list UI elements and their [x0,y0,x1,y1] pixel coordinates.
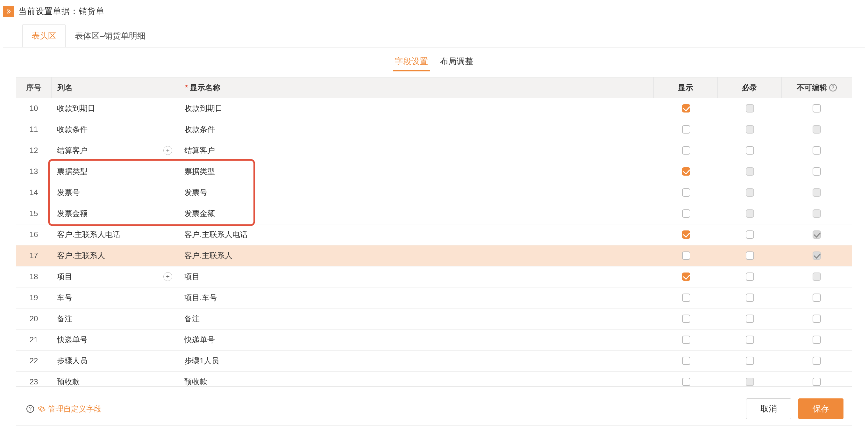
show-checkbox[interactable] [682,336,690,344]
cell-display-name[interactable]: 步骤1人员 [179,351,654,371]
cell-seq: 15 [16,204,51,223]
cell-cb [654,310,718,328]
show-checkbox[interactable] [682,273,690,281]
save-button[interactable]: 保存 [798,398,843,419]
cell-cb [782,288,852,307]
show-checkbox[interactable] [682,356,690,365]
cell-cb [782,120,852,139]
show-checkbox[interactable] [682,378,690,386]
cell-seq: 11 [16,120,51,139]
readonly-checkbox[interactable] [813,293,821,302]
cell-colname: 项目+ [51,266,179,287]
help-icon[interactable]: ? [26,405,34,413]
tab-body-area[interactable]: 表体区–销货单明细 [66,24,155,48]
readonly-checkbox[interactable] [813,315,821,323]
required-checkbox[interactable] [746,146,754,154]
cell-cb [654,120,718,139]
cell-seq: 20 [16,309,51,328]
required-checkbox[interactable] [746,336,754,344]
chevron-right-double-icon [6,9,11,15]
cell-display-name[interactable]: 预收款 [179,372,654,387]
readonly-checkbox[interactable] [813,378,821,386]
required-checkbox[interactable] [746,273,754,281]
required-checkbox[interactable] [746,230,754,239]
gear-icon [38,405,45,413]
cell-display-name[interactable]: 项目.车号 [179,287,654,308]
cell-colname: 收款到期日 [51,98,179,119]
show-checkbox[interactable] [682,252,690,260]
cell-cb [654,183,718,202]
cell-colname: 步骤人员 [51,351,179,371]
cell-display-name[interactable]: 项目 [179,266,654,287]
cell-cb [718,141,782,160]
required-checkbox [746,125,754,134]
cell-cb [782,267,852,286]
table-row: 18项目+项目 [16,266,852,287]
readonly-checkbox[interactable] [813,336,821,344]
cell-cb [654,162,718,181]
cell-colname: 收款条件 [51,119,179,140]
show-checkbox[interactable] [682,104,690,113]
table-row: 14发票号发票号 [16,182,852,203]
required-checkbox [746,167,754,176]
cell-display-name[interactable]: 客户.主联系人电话 [179,224,654,245]
cell-display-name[interactable]: 客户.主联系人 [179,246,654,266]
plus-icon[interactable]: + [163,272,172,281]
main-tabs: 表头区 表体区–销货单明细 [3,24,865,48]
readonly-checkbox[interactable] [813,356,821,365]
help-icon[interactable]: ? [829,84,837,91]
readonly-checkbox[interactable] [813,104,821,113]
tab-header-area[interactable]: 表头区 [22,24,66,48]
cancel-button[interactable]: 取消 [746,398,791,419]
cell-cb [782,225,852,244]
th-seq: 序号 [16,78,51,98]
show-checkbox[interactable] [682,230,690,239]
cell-display-name[interactable]: 收款到期日 [179,98,654,119]
required-checkbox[interactable] [746,315,754,323]
cell-cb [718,351,782,370]
show-checkbox[interactable] [682,315,690,323]
cell-display-name[interactable]: 结算客户 [179,140,654,161]
manage-custom-fields-link[interactable]: 管理自定义字段 [38,404,101,414]
footer-bar: ? 管理自定义字段 取消 保存 [16,392,852,426]
cell-display-name[interactable]: 快递单号 [179,330,654,350]
required-checkbox[interactable] [746,293,754,302]
cell-colname: 预收款 [51,372,179,387]
sub-tab-field-settings[interactable]: 字段设置 [393,53,430,72]
th-display: *显示名称 [179,78,653,98]
required-checkbox[interactable] [746,252,754,260]
cell-display-name[interactable]: 备注 [179,309,654,329]
cell-cb [782,204,852,223]
show-checkbox[interactable] [682,125,690,134]
table-header-row: 序号 列名 *显示名称 显示 必录 不可编辑? [16,78,852,98]
cell-cb [782,351,852,370]
plus-icon[interactable]: + [163,146,172,155]
cell-display-name[interactable]: 收款条件 [179,119,654,140]
cell-display-name[interactable]: 发票金额 [179,203,654,224]
required-checkbox[interactable] [746,356,754,365]
readonly-checkbox [813,230,821,239]
sub-tab-layout-adjust[interactable]: 布局调整 [438,53,475,72]
table-body: 10收款到期日收款到期日11收款条件收款条件12结算客户+结算客户13票据类型票… [16,98,852,387]
table-row: 10收款到期日收款到期日 [16,98,852,119]
show-checkbox[interactable] [682,293,690,302]
show-checkbox[interactable] [682,146,690,154]
readonly-checkbox [813,209,821,218]
readonly-checkbox[interactable] [813,167,821,176]
th-readonly: 不可编辑? [782,78,852,98]
show-checkbox[interactable] [682,167,690,176]
cell-cb [718,247,782,265]
cell-cb [782,373,852,387]
readonly-checkbox[interactable] [813,146,821,154]
table-row: 12结算客户+结算客户 [16,140,852,161]
cell-cb [782,99,852,118]
cell-display-name[interactable]: 票据类型 [179,161,654,182]
table-row: 22步骤人员步骤1人员 [16,350,852,371]
cell-display-name[interactable]: 发票号 [179,182,654,203]
cell-colname: 票据类型 [51,161,179,182]
cell-cb [654,267,718,286]
cell-colname: 结算客户+ [51,140,179,161]
show-checkbox[interactable] [682,209,690,218]
show-checkbox[interactable] [682,189,690,197]
expand-handle[interactable] [3,6,14,17]
